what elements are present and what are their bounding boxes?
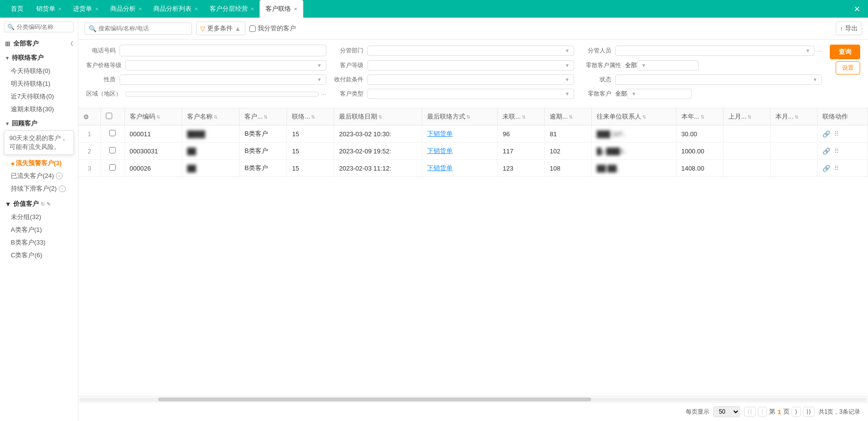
sort-overdue-icon[interactable]: ⇅ bbox=[569, 114, 573, 120]
nav-purchaseorder[interactable]: 进货单 × bbox=[67, 0, 104, 18]
collapse-icon[interactable]: 《 bbox=[68, 40, 73, 48]
sidebar-group-pending-title[interactable]: ▼ 待联络客户 bbox=[0, 51, 78, 65]
row-checkbox[interactable] bbox=[109, 164, 116, 171]
sidebar-item-today[interactable]: 今天待联络(0) bbox=[0, 65, 78, 77]
sort-lastmonth-icon[interactable]: ⇅ bbox=[747, 114, 751, 120]
sidebar-item-classA[interactable]: A类客户(1) bbox=[0, 223, 78, 236]
close-productanalysis-icon[interactable]: × bbox=[139, 6, 142, 12]
settings-button[interactable]: 设置 bbox=[836, 61, 860, 74]
filter-price-level-select[interactable]: ▼ bbox=[125, 60, 326, 71]
action-link-icon[interactable]: 🔗 bbox=[822, 130, 830, 138]
row-checkbox[interactable] bbox=[109, 147, 116, 153]
scrollbar-thumb[interactable] bbox=[158, 397, 591, 401]
action-link-icon[interactable]: 🔗 bbox=[822, 148, 830, 155]
filter-nature-select[interactable]: ▼ bbox=[120, 74, 326, 85]
last-page-btn[interactable]: ⟩⟩ bbox=[803, 407, 815, 417]
query-button[interactable]: 查询 bbox=[830, 45, 860, 59]
export-btn[interactable]: ↑ 导出 bbox=[836, 22, 863, 35]
per-page-select[interactable]: 50 100 bbox=[713, 406, 740, 417]
close-customercontact-icon[interactable]: × bbox=[294, 6, 297, 12]
nav-customercontact[interactable]: 客户联络 × bbox=[260, 0, 303, 18]
filter-retail-attr-select[interactable]: ▼ bbox=[637, 60, 699, 71]
row-checkbox-cell[interactable] bbox=[101, 125, 124, 143]
sidebar-item-declining[interactable]: 持续下滑客户(2) i bbox=[0, 182, 78, 195]
nav-customerlayer[interactable]: 客户分层经营 × bbox=[204, 0, 260, 18]
col-settings[interactable]: ⚙ bbox=[78, 108, 101, 125]
next-page-btn[interactable]: ⟩ bbox=[792, 407, 801, 417]
row-checkbox-cell[interactable] bbox=[101, 143, 124, 160]
my-customers-checkbox-label[interactable]: 我分管的客户 bbox=[249, 24, 296, 33]
filter-manager-select[interactable]: ▼ bbox=[615, 46, 815, 56]
filter-phone-input[interactable] bbox=[120, 45, 326, 56]
my-customers-checkbox[interactable] bbox=[249, 25, 256, 32]
sort-method-icon[interactable]: ⇅ bbox=[466, 114, 470, 120]
search-input[interactable] bbox=[98, 25, 188, 32]
filter-dots-icon[interactable]: ··· bbox=[817, 47, 822, 54]
sort-name-icon[interactable]: ⇅ bbox=[214, 114, 217, 120]
sidebar-all-customers[interactable]: ⊞ 全部客户 《 bbox=[0, 36, 78, 51]
sort-code-icon[interactable]: ⇅ bbox=[156, 114, 160, 120]
settings-gear-icon[interactable]: ⚙ bbox=[83, 113, 89, 121]
row-checkbox[interactable] bbox=[109, 130, 116, 136]
close-productlist-icon[interactable]: × bbox=[194, 6, 197, 12]
info-icon[interactable]: i bbox=[56, 173, 63, 179]
nav-productlist[interactable]: 商品分析列表 × bbox=[147, 0, 203, 18]
nav-salesorder[interactable]: 销货单 × bbox=[30, 0, 67, 18]
first-page-btn[interactable]: ⟨⟨ bbox=[744, 407, 756, 417]
row-last-method[interactable]: 下销货单 bbox=[422, 143, 498, 160]
prev-page-btn[interactable]: ⟨ bbox=[758, 407, 767, 417]
sort-thismonth-icon[interactable]: ⇅ bbox=[795, 114, 798, 120]
close-purchaseorder-icon[interactable]: × bbox=[95, 6, 98, 12]
select-all-checkbox[interactable] bbox=[106, 113, 112, 119]
sort-type-icon[interactable]: ⇅ bbox=[264, 114, 267, 120]
row-last-method[interactable]: 下销货单 bbox=[422, 160, 498, 177]
more-filter-btn[interactable]: ▽ 更多条件 ▲ bbox=[196, 22, 245, 35]
nav-home[interactable]: 首页 bbox=[4, 0, 30, 18]
row-action[interactable]: 🔗 ⠿ bbox=[817, 125, 868, 143]
action-more-icon[interactable]: ⠿ bbox=[834, 165, 839, 172]
salesorder-label: 销货单 bbox=[36, 4, 55, 13]
sidebar-item-classC[interactable]: C类客户(6) bbox=[0, 249, 78, 262]
sort-contact-icon[interactable]: ⇅ bbox=[311, 114, 315, 120]
sidebar-item-classB[interactable]: B类客户(33) bbox=[0, 236, 78, 249]
action-more-icon[interactable]: ⠿ bbox=[834, 148, 839, 155]
action-more-icon[interactable]: ⠿ bbox=[834, 130, 839, 138]
filter-customer-level-select[interactable]: ▼ bbox=[367, 60, 574, 71]
row-action[interactable]: 🔗 ⠿ bbox=[817, 160, 868, 177]
sidebar-item-tomorrow[interactable]: 明天待联络(1) bbox=[0, 77, 78, 90]
filter-payment-select[interactable]: ▼ bbox=[367, 74, 574, 85]
horizontal-scrollbar[interactable] bbox=[78, 396, 868, 402]
sidebar-item-overdue[interactable]: 逾期未联络(30) bbox=[0, 103, 78, 116]
sidebar-item-7days[interactable]: 近7天待联络(0) bbox=[0, 90, 78, 103]
close-salesorder-icon[interactable]: × bbox=[58, 6, 61, 12]
search-box[interactable]: 🔍 bbox=[84, 23, 192, 35]
close-window-icon[interactable]: ✕ bbox=[850, 4, 864, 14]
sidebar-group-value-title[interactable]: ▼ 价值客户 ↻ ✎ bbox=[0, 197, 78, 211]
sort-thisyear-icon[interactable]: ⇅ bbox=[700, 114, 704, 120]
info-icon2[interactable]: i bbox=[59, 185, 66, 192]
sidebar-group-review-title[interactable]: ▼ 回顾客户 bbox=[0, 117, 78, 130]
filter-customer-type-select[interactable]: ▼ bbox=[367, 89, 574, 99]
sidebar-item-churn-warning[interactable]: ● 流失预警客户(3) bbox=[0, 157, 78, 170]
sidebar-item-ungroup[interactable]: 未分组(32) bbox=[0, 211, 78, 223]
filter-region-dots-icon[interactable]: ··· bbox=[321, 90, 326, 98]
filter-region-select[interactable] bbox=[125, 92, 319, 97]
edit-icon[interactable]: ✎ bbox=[47, 201, 50, 207]
nav-productanalysis[interactable]: 商品分析 × bbox=[104, 0, 147, 18]
filter-dept-select[interactable]: ▼ bbox=[367, 46, 574, 56]
filter-retail-select[interactable]: ▼ bbox=[627, 89, 692, 99]
action-link-icon[interactable]: 🔗 bbox=[822, 165, 830, 172]
filter-status-select[interactable]: ▼ bbox=[615, 74, 822, 85]
refresh-icon[interactable]: ↻ bbox=[41, 201, 45, 207]
sidebar-search-box[interactable]: 🔍 bbox=[4, 22, 74, 32]
row-checkbox-cell[interactable] bbox=[101, 160, 124, 177]
row-last-method[interactable]: 下销货单 bbox=[422, 125, 498, 143]
sidebar-item-churned[interactable]: 已流失客户(24) i bbox=[0, 170, 78, 182]
sort-uncontacted-icon[interactable]: ⇅ bbox=[522, 114, 526, 120]
sidebar-search-input[interactable] bbox=[17, 24, 71, 30]
sort-date-icon[interactable]: ⇅ bbox=[378, 114, 382, 120]
close-customerlayer-icon[interactable]: × bbox=[251, 6, 254, 12]
col-checkbox[interactable] bbox=[101, 108, 124, 125]
row-action[interactable]: 🔗 ⠿ bbox=[817, 143, 868, 160]
sort-contact2-icon[interactable]: ⇅ bbox=[642, 114, 646, 120]
